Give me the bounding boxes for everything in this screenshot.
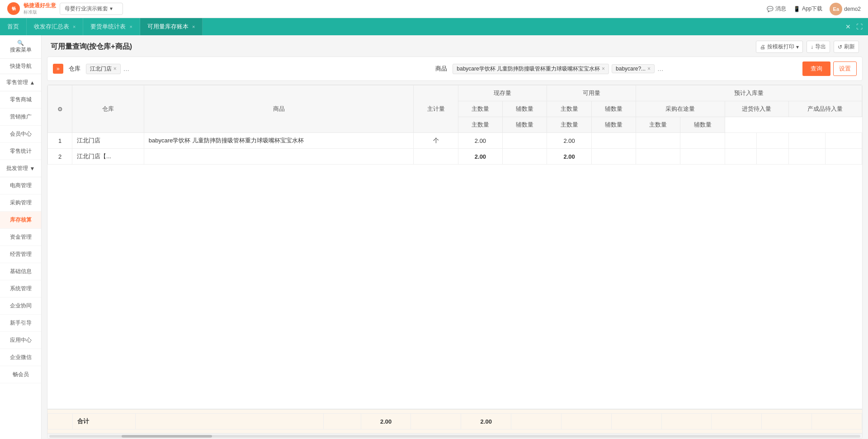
product-tag-2-remove[interactable]: × — [647, 66, 651, 72]
th-avail-main: 主数量 — [547, 101, 591, 117]
cell-stock-main: 2.00 — [458, 149, 502, 165]
nav-tabs: 首页 收发存汇总表 × 要货单统计表 × 可用量库存账本 × ✕ ⛶ — [0, 18, 868, 35]
sidebar-item-marketing[interactable]: 营销推广 — [0, 109, 41, 126]
close-all-tabs-btn[interactable]: ✕ — [844, 21, 853, 32]
chevron-icon: ▼ — [30, 165, 35, 172]
page-header-actions: 🖨 按模板打印 ▾ ↓ 导出 ↺ 刷新 — [756, 41, 859, 53]
refresh-icon: ↺ — [838, 44, 842, 50]
sidebar-item-vip[interactable]: 畅会员 — [0, 366, 41, 383]
data-table: ⚙ 仓库 商品 主计量 现存量 可用量 预计入库量 主数量 辅数量 主数量 — [47, 85, 862, 165]
footer-label: 合计 — [73, 414, 136, 430]
sidebar-item-purchase[interactable]: 采购管理 — [0, 194, 41, 212]
sidebar-quick-nav[interactable]: 快捷导航 — [0, 59, 41, 74]
th-product: 商品 — [144, 85, 414, 133]
sidebar-item-newbie[interactable]: 新手引导 — [0, 315, 41, 332]
gear-icon: ⚙ — [57, 106, 63, 113]
tab-home[interactable]: 首页 — [0, 18, 27, 35]
tab-receive-summary-close[interactable]: × — [73, 24, 75, 29]
footer-avail-main: 2.00 — [461, 414, 511, 430]
sidebar-item-inventory[interactable]: 库存核算 — [0, 212, 41, 229]
th-finished-pending: 产成品待入量 — [788, 101, 862, 117]
th-pt-main: 主数量 — [458, 117, 502, 133]
footer-row: 合计 2.00 2.00 — [48, 414, 862, 430]
th-unit: 主计量 — [414, 85, 458, 133]
cell-pt-main — [636, 133, 680, 149]
th-fp-aux: 辅数量 — [680, 117, 725, 133]
footer-pp-aux — [712, 414, 762, 430]
footer-stock-main: 2.00 — [361, 414, 411, 430]
sidebar-item-enterprise[interactable]: 企业协同 — [0, 297, 41, 315]
warehouse-filter-more[interactable]: ... — [123, 65, 129, 73]
cell-pt-main — [636, 149, 680, 165]
sidebar-item-retail-mgmt[interactable]: 零售管理 ▲ — [0, 74, 41, 91]
warehouse-tag-remove[interactable]: × — [113, 66, 117, 72]
sidebar-item-retail-mall[interactable]: 零售商城 — [0, 91, 41, 109]
sidebar-search[interactable]: 🔍 搜索菜单 — [0, 35, 41, 59]
filter-expand-btn[interactable]: » — [53, 64, 63, 74]
sidebar-item-wholesale-mgmt[interactable]: 批发管理 ▼ — [0, 160, 41, 177]
avatar: Ea — [830, 3, 842, 15]
cell-stock-main: 2.00 — [458, 133, 502, 149]
product-tag-2: babycare?... × — [612, 64, 655, 73]
cell-stock-aux — [503, 133, 547, 149]
sidebar-item-operations[interactable]: 经营管理 — [0, 246, 41, 263]
sidebar-item-finance[interactable]: 资金管理 — [0, 229, 41, 246]
footer-empty-1 — [48, 414, 73, 430]
print-template-btn[interactable]: 🖨 按模板打印 ▾ — [756, 41, 803, 53]
main-layout: 🔍 搜索菜单 快捷导航 零售管理 ▲ 零售商城 营销推广 会员中心 零售统计 批… — [0, 35, 868, 439]
footer-fp-main — [762, 414, 812, 430]
brand-name: 畅捷通好生意 — [24, 2, 56, 9]
table-row: 2 江北门店【... 2.00 2.00 — [48, 149, 862, 165]
sidebar-item-ecommerce[interactable]: 电商管理 — [0, 177, 41, 194]
cell-pp-aux — [757, 133, 788, 149]
sidebar-item-enterprise-wechat[interactable]: 企业微信 — [0, 349, 41, 366]
table-scroll[interactable]: ⚙ 仓库 商品 主计量 现存量 可用量 预计入库量 主数量 辅数量 主数量 — [47, 85, 862, 409]
tab-available-stock-label: 可用量库存账本 — [147, 23, 189, 31]
cell-fp-main — [788, 149, 825, 165]
sidebar-item-retail-stats[interactable]: 零售统计 — [0, 143, 41, 160]
horizontal-scrollbar[interactable] — [47, 433, 862, 439]
tab-receive-summary[interactable]: 收发存汇总表 × — [27, 18, 83, 35]
th-stock-main: 主数量 — [458, 101, 502, 117]
footer-pt-aux — [611, 414, 661, 430]
warehouse-tags: 江北门店 × ... — [86, 64, 430, 74]
top-bar: 畅 畅捷通好生意 标准版 母婴行业演示账套 ▾ 💬 消息 📱 App下载 Ea … — [0, 0, 868, 18]
cell-pp-main — [725, 149, 756, 165]
warehouse-filter-label: 仓库 — [69, 65, 80, 73]
sidebar-item-system[interactable]: 系统管理 — [0, 280, 41, 297]
industry-selector[interactable]: 母婴行业演示账套 ▾ — [60, 3, 123, 15]
footer-pp-main — [661, 414, 712, 430]
product-filter-label: 商品 — [435, 65, 447, 73]
tab-order-stats[interactable]: 要货单统计表 × — [83, 18, 140, 35]
th-seq: ⚙ — [48, 85, 72, 133]
logo-icon: 畅 — [7, 2, 20, 15]
print-icon: 🖨 — [760, 44, 765, 50]
refresh-btn[interactable]: ↺ 刷新 — [834, 41, 859, 53]
cell-avail-aux — [591, 133, 636, 149]
cell-avail-main: 2.00 — [547, 133, 591, 149]
message-btn[interactable]: 💬 消息 — [767, 5, 786, 13]
page-header: 可用量查询(按仓库+商品) 🖨 按模板打印 ▾ ↓ 导出 ↺ 刷新 — [42, 35, 868, 57]
tab-available-stock[interactable]: 可用量库存账本 × — [140, 18, 203, 35]
product-tags: babycare学饮杯 儿童防摔防撞吸管杯重力球吸嘴杯宝宝水杯 × babyca… — [453, 64, 797, 74]
product-tag-1-remove[interactable]: × — [602, 66, 605, 72]
footer-empty-2 — [135, 414, 323, 430]
export-btn[interactable]: ↓ 导出 — [807, 41, 830, 53]
scroll-thumb[interactable] — [122, 435, 212, 438]
sidebar-item-basic-info[interactable]: 基础信息 — [0, 263, 41, 280]
chevron-down-icon: ▾ — [110, 5, 113, 12]
sidebar-item-member[interactable]: 会员中心 — [0, 126, 41, 143]
fullscreen-btn[interactable]: ⛶ — [854, 21, 864, 32]
th-purchase-pending: 进货待入量 — [725, 101, 788, 117]
user-menu[interactable]: Ea demo2 — [830, 3, 861, 15]
scroll-track[interactable] — [49, 435, 860, 438]
settings-btn[interactable]: 设置 — [833, 61, 857, 76]
tab-available-stock-close[interactable]: × — [192, 24, 195, 29]
product-filter-more[interactable]: ... — [657, 65, 663, 73]
footer-table: 合计 2.00 2.00 — [47, 413, 862, 430]
app-download-btn[interactable]: 📱 App下载 — [793, 5, 822, 13]
footer-stock-aux — [411, 414, 461, 430]
tab-order-stats-close[interactable]: × — [129, 24, 132, 29]
query-btn[interactable]: 查询 — [802, 61, 830, 76]
sidebar-item-app-center[interactable]: 应用中心 — [0, 332, 41, 349]
